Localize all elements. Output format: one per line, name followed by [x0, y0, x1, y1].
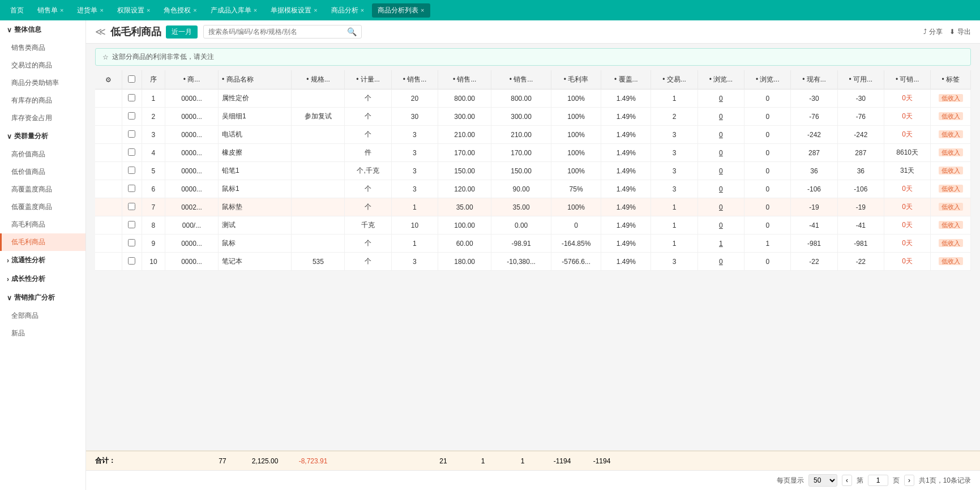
nav-product-inbound[interactable]: 产成品入库单 ×	[205, 3, 263, 18]
row-avail: -19	[837, 198, 884, 216]
row-checkbox[interactable]	[122, 162, 142, 180]
sidebar-item-low-coverage[interactable]: 低覆盖度商品	[0, 198, 85, 216]
row-settings[interactable]	[95, 198, 122, 216]
period-button[interactable]: 近一月	[166, 25, 198, 39]
row-settings[interactable]	[95, 180, 122, 198]
row-settings[interactable]	[95, 235, 122, 253]
row-settings[interactable]	[95, 108, 122, 126]
sidebar-item-low-value[interactable]: 低价值商品	[0, 163, 85, 181]
close-icon[interactable]: ×	[314, 7, 317, 14]
nav-template-settings[interactable]: 单据模板设置 ×	[265, 3, 323, 18]
row-tag: 低收入	[931, 90, 971, 108]
row-gross-rate: -164.85%	[551, 235, 601, 253]
sidebar-item-high-coverage[interactable]: 高覆盖度商品	[0, 181, 85, 198]
select-all-checkbox[interactable]	[128, 75, 135, 83]
export-button[interactable]: ⬇ 导出	[949, 27, 971, 37]
row-name: 测试	[219, 216, 292, 235]
nav-product-analysis[interactable]: 商品分析 ×	[326, 3, 370, 18]
footer-sales-qty: 77	[203, 457, 242, 465]
row-sales-profit: 210.00	[491, 126, 551, 144]
sidebar-group-overall-info[interactable]: ∨ 整体信息	[0, 20, 85, 39]
sidebar-group-liquidity[interactable]: › 流通性分析	[0, 251, 85, 270]
row-trade: 1	[651, 198, 697, 216]
close-icon[interactable]: ×	[193, 7, 196, 14]
table-row: 5 0000... 铅笔1 个,千克 3 150.00 150.00 100% …	[95, 162, 971, 180]
col-settings[interactable]: ⚙	[95, 70, 122, 90]
row-checkbox[interactable]	[122, 126, 142, 144]
row-checkbox[interactable]	[122, 180, 142, 198]
row-settings[interactable]	[95, 144, 122, 162]
row-stock: -22	[791, 253, 837, 271]
nav-home[interactable]: 首页	[5, 3, 29, 18]
row-browse2: 0	[744, 180, 791, 198]
sidebar-group-marketing[interactable]: ∨ 营销推广分析	[0, 288, 85, 307]
row-unit: 件	[345, 144, 391, 162]
row-checkbox[interactable]	[122, 216, 142, 235]
row-num: 10	[142, 253, 165, 271]
close-icon[interactable]: ×	[100, 7, 103, 14]
col-check[interactable]	[122, 70, 142, 90]
row-checkbox[interactable]	[122, 144, 142, 162]
page-number-input[interactable]	[868, 475, 888, 486]
row-num: 6	[142, 180, 165, 198]
row-checkbox[interactable]	[122, 235, 142, 253]
row-tag: 低收入	[931, 126, 971, 144]
row-sellable: 0天	[884, 235, 931, 253]
close-icon[interactable]: ×	[254, 7, 257, 14]
close-icon[interactable]: ×	[60, 7, 63, 14]
sidebar-item-high-margin[interactable]: 高毛利商品	[0, 216, 85, 233]
nav-role-auth[interactable]: 角色授权 ×	[158, 3, 202, 18]
sidebar-item-new-products[interactable]: 新品	[0, 325, 85, 342]
row-settings[interactable]	[95, 162, 122, 180]
row-sales-amt: 170.00	[438, 144, 491, 162]
sidebar-group-growth[interactable]: › 成长性分析	[0, 270, 85, 288]
sidebar-item-low-margin[interactable]: 低毛利商品	[0, 233, 85, 251]
sidebar-item-high-value[interactable]: 高价值商品	[0, 146, 85, 163]
close-icon[interactable]: ×	[421, 7, 424, 14]
row-checkbox[interactable]	[122, 108, 142, 126]
row-checkbox[interactable]	[122, 90, 142, 108]
table-row: 1 0000... 属性定价 个 20 800.00 800.00 100% 1…	[95, 90, 971, 108]
close-icon[interactable]: ×	[147, 7, 150, 14]
sidebar-item-category-sales-rate[interactable]: 商品分类助销率	[0, 74, 85, 92]
share-button[interactable]: ⤴ 分享	[923, 27, 943, 37]
nav-permission-settings[interactable]: 权限设置 ×	[112, 3, 156, 18]
row-browse1[interactable]: 1	[697, 235, 744, 253]
nav-purchase-order[interactable]: 进货单 ×	[71, 3, 109, 18]
row-browse1: 0	[697, 108, 744, 126]
collapse-sidebar-btn[interactable]: ≪	[95, 25, 106, 38]
sidebar-group-category-analysis[interactable]: ∨ 类群量分析	[0, 127, 85, 146]
row-gross-rate: 100%	[551, 162, 601, 180]
row-gross-rate: -5766.6...	[551, 253, 601, 271]
search-input[interactable]	[208, 28, 344, 36]
nav-sales-order[interactable]: 销售单 ×	[32, 3, 69, 18]
row-trade: 3	[651, 144, 697, 162]
row-unit: 个	[345, 253, 391, 271]
next-page-btn[interactable]: ›	[904, 475, 914, 486]
row-trade: 3	[651, 253, 697, 271]
row-checkbox[interactable]	[122, 253, 142, 271]
search-icon[interactable]: 🔍	[347, 27, 357, 36]
col-sales-qty: • 销售...	[391, 70, 438, 90]
row-coverage: 1.49%	[601, 198, 651, 216]
sidebar-item-sales-products[interactable]: 销售类商品	[0, 39, 85, 57]
sidebar-item-in-stock-products[interactable]: 有库存的商品	[0, 92, 85, 109]
row-settings[interactable]	[95, 126, 122, 144]
page-size-select[interactable]: 50 100 200	[808, 474, 837, 487]
row-coverage: 1.49%	[601, 126, 651, 144]
row-settings[interactable]	[95, 253, 122, 271]
nav-product-analysis-list[interactable]: 商品分析列表 ×	[372, 3, 430, 18]
table-container[interactable]: ⚙ 序 • 商... • 商品名称 • 规格... • 计量... • 销售..…	[86, 70, 980, 450]
row-settings[interactable]	[95, 216, 122, 235]
table-row: 7 0002... 鼠标垫 个 1 35.00 35.00 100% 1.49%…	[95, 198, 971, 216]
sidebar-item-stock-capital[interactable]: 库存资金占用	[0, 109, 85, 127]
row-spec	[292, 90, 345, 108]
table-footer: 合计： 77 2,125.00 -8,723.91 21 1 1 -1194 -…	[86, 450, 980, 470]
prev-page-btn[interactable]: ‹	[842, 475, 852, 486]
sidebar-item-all-products[interactable]: 全部商品	[0, 307, 85, 325]
row-settings[interactable]	[95, 90, 122, 108]
sidebar-item-traded-products[interactable]: 交易过的商品	[0, 57, 85, 74]
row-checkbox[interactable]	[122, 198, 142, 216]
row-sales-amt: 210.00	[438, 126, 491, 144]
close-icon[interactable]: ×	[361, 7, 364, 14]
